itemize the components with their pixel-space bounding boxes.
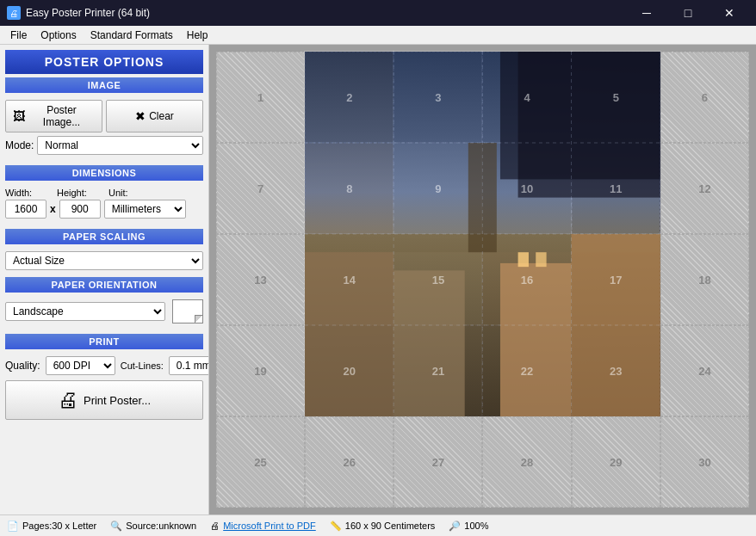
ruler-icon: 📏	[330, 521, 342, 532]
grid-cell: 19	[216, 325, 305, 416]
grid-cell: 11	[572, 143, 660, 234]
cut-lines-select[interactable]: None 0.1 mm 0.5 mm 1 mm	[169, 356, 209, 375]
status-printer: 🖨 Microsoft Print to PDF	[210, 521, 316, 531]
image-section-body: 🖼 Poster Image... ✖ Clear Mode: Normal S…	[5, 96, 203, 162]
unit-select[interactable]: Millimeters Centimeters Inches	[104, 200, 186, 219]
app-icon: 🖨	[7, 6, 21, 20]
paper-scaling-body: Actual Size Fit to Page Custom	[5, 248, 203, 274]
close-button[interactable]: ✕	[710, 0, 749, 26]
status-dimensions: 📏 160 x 90 Centimeters	[330, 521, 436, 532]
menu-file[interactable]: File	[3, 28, 34, 43]
width-input[interactable]	[5, 200, 46, 219]
orientation-row: Landscape Portrait	[5, 299, 203, 323]
paper-orientation-body: Landscape Portrait	[5, 296, 203, 330]
dim-x-separator: x	[50, 203, 56, 215]
print-poster-label: Print Poster...	[84, 394, 151, 407]
cell-number: 6	[702, 91, 708, 104]
height-input[interactable]	[59, 200, 101, 219]
height-label: Height:	[57, 188, 98, 198]
cell-number: 29	[610, 456, 622, 469]
cell-number: 7	[257, 182, 263, 195]
menu-help[interactable]: Help	[180, 28, 215, 43]
grid-cell: 5	[572, 52, 660, 143]
cell-number: 26	[344, 456, 356, 469]
title-bar-controls: ─ □ ✕	[627, 0, 749, 26]
image-icon: 🖼	[13, 109, 25, 123]
poster-options-title: POSTER OPTIONS	[5, 50, 203, 74]
grid-cell: 1	[216, 52, 305, 143]
title-bar: 🖨 Easy Poster Printer (64 bit) ─ □ ✕	[0, 0, 756, 26]
paper-scaling-header: PAPER SCALING	[5, 229, 203, 244]
mode-row: Mode: Normal Stretch Center	[5, 136, 203, 155]
grid-cell: 10	[482, 143, 571, 234]
grid-cell: 26	[305, 416, 393, 508]
paper-scaling-select[interactable]: Actual Size Fit to Page Custom	[5, 251, 203, 270]
status-bar: 📄 Pages:30 x Letter 🔍 Source:unknown 🖨 M…	[0, 514, 756, 536]
clear-button[interactable]: ✖ Clear	[106, 100, 203, 132]
quality-select[interactable]: 300 DPI 600 DPI 1200 DPI	[46, 356, 115, 375]
quality-label: Quality:	[5, 360, 40, 372]
clear-label: Clear	[149, 110, 174, 122]
dimensions-text: 160 x 90 Centimeters	[345, 521, 436, 531]
width-label: Width:	[5, 188, 46, 198]
menu-bar: File Options Standard Formats Help	[0, 26, 756, 45]
grid-cell: 17	[572, 234, 660, 325]
grid-cell: 18	[660, 234, 749, 325]
print-poster-button[interactable]: 🖨 Print Poster...	[5, 380, 203, 420]
cell-number: 25	[254, 456, 266, 469]
mode-label: Mode:	[5, 139, 34, 151]
grid-cell: 22	[482, 325, 571, 416]
cell-number: 28	[521, 456, 533, 469]
menu-options[interactable]: Options	[34, 28, 83, 43]
cut-lines-label: Cut-Lines:	[121, 360, 164, 371]
cell-number: 27	[432, 456, 444, 469]
dimensions-section-body: Width: Height: Unit: x Millimeters Centi…	[5, 184, 203, 225]
grid-cell: 12	[660, 143, 749, 234]
orientation-select[interactable]: Landscape Portrait	[5, 302, 165, 321]
unit-label: Unit:	[108, 188, 128, 198]
cell-number: 19	[254, 365, 266, 378]
grid-cell: 25	[216, 416, 305, 508]
cell-number: 18	[698, 274, 710, 286]
zoom-icon: 🔎	[449, 521, 461, 532]
printer-text[interactable]: Microsoft Print to PDF	[223, 521, 316, 531]
grid-cell: 3	[393, 52, 482, 143]
source-text: Source:unknown	[126, 521, 196, 531]
grid-cell: 2	[305, 52, 393, 143]
source-icon: 🔍	[110, 521, 122, 532]
grid-cell: 23	[572, 325, 660, 416]
maximize-button[interactable]: □	[668, 0, 708, 26]
paper-orientation-header: PAPER ORIENTATION	[5, 277, 203, 293]
grid-cell: 7	[216, 143, 305, 234]
grid-cell: 29	[572, 416, 660, 508]
image-buttons-row: 🖼 Poster Image... ✖ Clear	[5, 100, 203, 132]
print-section-header: PRINT	[5, 334, 203, 349]
title-bar-text: Easy Poster Printer (64 bit)	[26, 7, 150, 19]
menu-standard-formats[interactable]: Standard Formats	[84, 28, 180, 43]
poster-image-button[interactable]: 🖼 Poster Image...	[5, 100, 102, 132]
mode-select[interactable]: Normal Stretch Center	[37, 136, 203, 155]
cell-number: 1	[257, 91, 263, 104]
cell-number: 30	[698, 456, 710, 469]
grid-cell: 28	[482, 416, 571, 508]
right-panel: 1234567891011121314151617181920212223242…	[209, 45, 756, 514]
title-bar-left: 🖨 Easy Poster Printer (64 bit)	[7, 6, 150, 20]
main-layout: POSTER OPTIONS IMAGE 🖼 Poster Image... ✖…	[0, 45, 756, 514]
grid-cell: 6	[660, 52, 749, 143]
cell-number: 12	[698, 182, 710, 195]
dimensions-section-header: DIMENSIONS	[5, 165, 203, 181]
grid-cell: 21	[393, 325, 482, 416]
grid-cell: 9	[393, 143, 482, 234]
zoom-text: 100%	[464, 521, 488, 531]
poster-grid: 1234567891011121314151617181920212223242…	[216, 52, 749, 508]
printer-icon: 🖨	[210, 521, 220, 531]
grid-cell: 13	[216, 234, 305, 325]
grid-cell: 27	[393, 416, 482, 508]
grid-cell: 30	[660, 416, 749, 508]
grid-cell: 4	[482, 52, 571, 143]
grid-cell: 20	[305, 325, 393, 416]
minimize-button[interactable]: ─	[627, 0, 666, 26]
dim-labels-row: Width: Height: Unit:	[5, 188, 203, 198]
left-panel: POSTER OPTIONS IMAGE 🖼 Poster Image... ✖…	[0, 45, 209, 514]
print-options-row: Quality: 300 DPI 600 DPI 1200 DPI Cut-Li…	[5, 356, 203, 375]
